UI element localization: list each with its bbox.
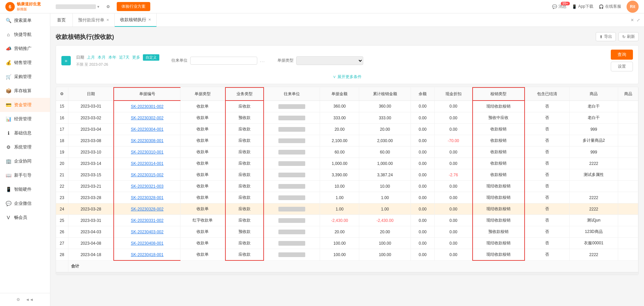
cell-goods1: 2222 (570, 203, 618, 215)
export-button[interactable]: ⬆ 导出 (596, 32, 616, 41)
tab-prepay-close[interactable]: ✕ (106, 18, 109, 22)
cell-cash-discount: -70.00 (434, 135, 472, 146)
cell-code[interactable]: SK-20230304-001 (114, 124, 180, 135)
cell-code[interactable]: SK-20230321-003 (114, 181, 180, 192)
setting-button[interactable]: 设置 (611, 62, 633, 71)
settings-icon[interactable]: ⚙ (15, 296, 21, 303)
partner-input[interactable] (190, 57, 257, 65)
cell-code[interactable]: SK-20230310-001 (114, 146, 180, 158)
code-link[interactable]: SK-20230418-001 (131, 252, 163, 257)
online-service-link[interactable]: 🎧在线客服 (599, 4, 621, 9)
last-month-link[interactable]: 上月 (87, 55, 95, 60)
code-link[interactable]: SK-20230315-002 (131, 173, 163, 177)
sidebar-item-guide[interactable]: 📖新手引导 (0, 168, 50, 182)
cell-goods1: 2222 (570, 158, 618, 169)
message-badge[interactable]: 💬 消息 99+ (552, 4, 567, 9)
cell-partner (264, 112, 320, 124)
industry-solution-button[interactable]: 体验行业方案 (117, 2, 150, 11)
cell-goods1: 123D商品 (570, 226, 618, 238)
app-download-link[interactable]: 📱App下载 (572, 4, 593, 9)
code-link[interactable]: SK-20230310-001 (131, 150, 163, 155)
cell-code[interactable]: SK-20230328-001 (114, 192, 180, 203)
code-link[interactable]: SK-20230304-001 (131, 127, 163, 132)
cell-goods1: 2222 (570, 192, 618, 203)
tab-bar-actions: ✕ ⤢ (631, 18, 644, 22)
receipt-type-select[interactable] (296, 56, 363, 65)
collapse-icon[interactable]: ◄◄ (24, 296, 35, 303)
code-link[interactable]: SK-20230314-001 (131, 161, 163, 166)
sidebar-item-wechat[interactable]: 💬企业微信 (0, 196, 50, 210)
col-settings[interactable]: ⚙ (56, 87, 68, 101)
cell-goods1: 老白干 (570, 112, 618, 124)
partner-dots[interactable]: ... (260, 58, 265, 63)
cell-partner (264, 192, 320, 203)
cell-code[interactable]: SK-20230331-002 (114, 215, 180, 226)
cell-code[interactable]: SK-20230314-001 (114, 158, 180, 169)
code-link[interactable]: SK-20230408-001 (131, 241, 163, 246)
cell-receipt-type: 收款单 (180, 238, 225, 249)
sidebar-icon-marketing: 📣 (5, 46, 11, 52)
close-all-icon[interactable]: ✕ (631, 18, 634, 22)
sidebar-item-enterprise[interactable]: 🏢企业协同 (0, 154, 50, 168)
refresh-button[interactable]: ↻ 刷新 (619, 32, 639, 41)
horizontal-scrollbar[interactable] (56, 272, 638, 275)
cell-amount: 1,000.00 (320, 158, 359, 169)
cell-receipt-type: 收款单 (180, 158, 225, 169)
sidebar-item-marketing[interactable]: 📣营销推广 (0, 42, 50, 56)
this-month-link[interactable]: 本月 (98, 55, 106, 60)
cell-code[interactable]: SK-20230302-002 (114, 112, 180, 124)
code-link[interactable]: SK-20230321-003 (131, 184, 163, 189)
cell-verify-type: 现结收款核销 (473, 192, 525, 203)
expand-more-conditions[interactable]: ∨ 展开更多条件 (61, 74, 633, 80)
sidebar-label-guide: 新手引导 (14, 172, 32, 178)
cell-no: 21 (56, 169, 68, 181)
cell-code[interactable]: SK-20230308-001 (114, 135, 180, 146)
sidebar-item-operations[interactable]: 📊经营管理 (0, 112, 50, 126)
cell-goods2 (618, 203, 638, 215)
cell-code[interactable]: SK-20230408-001 (114, 238, 180, 249)
tab-collection-close[interactable]: ✕ (148, 18, 151, 21)
receipt-type-label: 单据类型 (277, 58, 293, 63)
code-link[interactable]: SK-20230328-001 (131, 195, 163, 200)
code-link[interactable]: SK-20230302-002 (131, 116, 163, 120)
user-avatar[interactable]: Rit (627, 1, 639, 13)
query-button[interactable]: 查询 (611, 50, 633, 60)
cell-date: 2023-03-04 (68, 124, 114, 135)
tab-home[interactable]: 首页 (50, 13, 73, 27)
sidebar-item-sales[interactable]: 💰销售管理 (0, 56, 50, 70)
tab-collection[interactable]: 收款核销执行 ✕ (115, 13, 157, 27)
sidebar-item-shortcut[interactable]: ⌂快捷导航 (0, 27, 50, 42)
column-settings-icon[interactable]: ⚙ (60, 91, 64, 96)
sidebar-item-system[interactable]: ⚙系统管理 (0, 140, 50, 154)
sidebar-item-hardware[interactable]: 📱智能硬件 (0, 182, 50, 196)
code-link[interactable]: SK-20230308-001 (131, 138, 163, 143)
code-link[interactable]: SK-20230331-002 (131, 218, 163, 223)
tab-prepay[interactable]: 预付款应付单 ✕ (73, 13, 115, 27)
cell-code[interactable]: SK-20230328-002 (114, 203, 180, 215)
cell-no: 26 (56, 226, 68, 238)
last-7days-link[interactable]: 近7天 (119, 55, 129, 60)
filter-expand-toggle[interactable]: » (61, 56, 71, 65)
this-year-link[interactable]: 本年 (108, 55, 116, 60)
sidebar-item-inventory[interactable]: 📦库存核算 (0, 84, 50, 98)
cell-code[interactable]: SK-20230315-002 (114, 169, 180, 181)
sidebar-item-finance[interactable]: 💳资金管理 (0, 98, 50, 112)
cell-code[interactable]: SK-20230418-001 (114, 249, 180, 261)
sidebar-icon-wechat: 💬 (5, 200, 11, 206)
cell-code[interactable]: SK-20230403-002 (114, 226, 180, 238)
more-date-link[interactable]: 更多 (132, 55, 140, 60)
sidebar-item-purchase[interactable]: 🛒采购管理 (0, 70, 50, 84)
sidebar-item-member[interactable]: V畅会员 (0, 210, 50, 225)
maximize-icon[interactable]: ⤢ (637, 18, 640, 22)
code-link[interactable]: SK-20230403-002 (131, 230, 163, 234)
workspace-dropdown[interactable]: ▾ (56, 4, 99, 9)
custom-date-button[interactable]: 自定义 (143, 54, 159, 61)
sidebar-item-basic[interactable]: ℹ基础信息 (0, 126, 50, 140)
sidebar-item-search[interactable]: 🔍搜索菜单 (0, 13, 50, 27)
gear-button[interactable]: ⚙ (103, 2, 113, 11)
code-link[interactable]: SK-20230328-002 (131, 207, 163, 211)
cell-partner (264, 203, 320, 215)
cell-no: 20 (56, 158, 68, 169)
code-link[interactable]: SK-20230301-002 (131, 104, 163, 109)
cell-code[interactable]: SK-20230301-002 (114, 101, 180, 112)
